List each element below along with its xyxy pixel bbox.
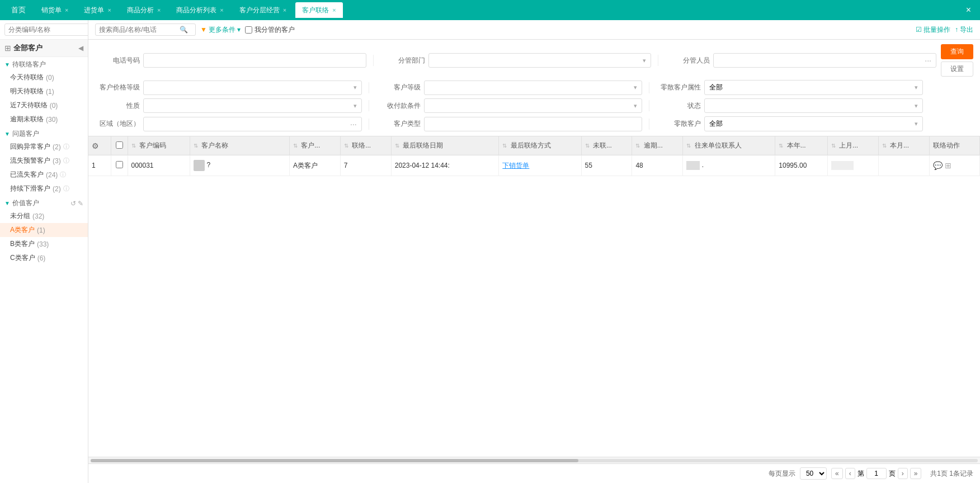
th-customer-name[interactable]: ⇅ 客户名称 <box>190 136 290 155</box>
horizontal-scrollbar[interactable] <box>88 457 980 463</box>
close-customer-tier-icon[interactable]: × <box>283 7 286 13</box>
edit-group-icon[interactable]: ✎ <box>78 200 83 207</box>
close-purchase-icon[interactable]: × <box>107 7 111 13</box>
th-no-contact[interactable]: ⇅ 未联... <box>581 136 632 155</box>
sidebar-search-input[interactable] <box>4 23 88 36</box>
filter-search-input[interactable] <box>99 26 177 34</box>
manager-input[interactable]: ··· <box>713 53 936 68</box>
table-wrapper[interactable]: ⚙ ⇅ 客户编码 ⇅ 客户名称 <box>88 136 980 457</box>
grid-action-icon[interactable]: ⊞ <box>945 161 951 170</box>
payment-select[interactable]: ▾ <box>424 98 643 113</box>
page-number-input[interactable] <box>866 468 887 479</box>
th-this-year[interactable]: ⇅ 本年... <box>775 136 827 155</box>
retail-select[interactable]: 全部 ▾ <box>704 116 923 131</box>
sidebar-item-c-class[interactable]: C类客户 (6) <box>0 251 88 265</box>
sidebar-item-overdue-pending[interactable]: 逾期未联络 (30) <box>0 112 88 126</box>
search-button[interactable]: 查询 <box>941 44 973 59</box>
th-last-month[interactable]: ⇅ 上月... <box>827 136 878 155</box>
nav-product-list[interactable]: 商品分析列表 × <box>169 2 230 18</box>
divider-7 <box>369 119 369 130</box>
close-all-tabs[interactable]: × <box>962 5 976 15</box>
sidebar-search-area: 🔍 <box>0 20 88 40</box>
status-select[interactable]: ▾ <box>704 98 923 113</box>
close-product-analysis-icon[interactable]: × <box>157 7 161 13</box>
th-gear[interactable]: ⚙ <box>88 136 111 155</box>
action-buttons: 💬 ⊞ <box>933 161 976 170</box>
cell-last-contact-method[interactable]: 下销货单 <box>499 155 581 176</box>
sidebar-item-tomorrow-pending[interactable]: 明天待联络 (1) <box>0 84 88 98</box>
value-customers-group[interactable]: ▼ 价值客户 ↺ ✎ <box>0 196 88 209</box>
sidebar-item-ungrouped[interactable]: 未分组 (32) <box>0 209 88 223</box>
sort-icon-no-contact: ⇅ <box>585 143 590 149</box>
th-customer-class[interactable]: ⇅ 客户... <box>289 136 340 155</box>
phone-input[interactable] <box>143 53 366 68</box>
contact-method-link[interactable]: 下销货单 <box>502 162 529 169</box>
last-page-btn[interactable]: » <box>910 468 922 479</box>
customer-type-input[interactable] <box>424 117 643 131</box>
prev-page-btn[interactable]: ‹ <box>845 468 855 479</box>
nav-product-analysis[interactable]: 商品分析 × <box>120 2 167 18</box>
price-grade-select[interactable]: ▾ <box>143 80 362 95</box>
sidebar-item-declining[interactable]: 持续下滑客户 (2) ⓘ <box>0 182 88 196</box>
more-filter-btn[interactable]: ▼ 更多条件 ▾ <box>200 25 241 35</box>
cell-customer-code[interactable]: 000031 <box>128 155 190 176</box>
th-this-month[interactable]: ⇅ 本月... <box>878 136 929 155</box>
refresh-icon[interactable]: ↺ <box>70 200 76 207</box>
scrollbar-track[interactable] <box>91 459 978 462</box>
nav-customer-contact[interactable]: 客户联络 × <box>295 2 342 18</box>
unit-contact-badge <box>686 161 700 170</box>
close-customer-contact-icon[interactable]: × <box>332 7 336 13</box>
gear-settings-icon[interactable]: ⚙ <box>92 141 99 150</box>
cell-checkbox[interactable] <box>111 155 128 176</box>
export-btn[interactable]: ↑ 导出 <box>955 25 973 35</box>
nav-home[interactable]: 首页 <box>4 2 32 18</box>
close-sales-icon[interactable]: × <box>65 7 68 13</box>
first-page-btn[interactable]: « <box>831 468 843 479</box>
sidebar-item-week-pending[interactable]: 近7天待联络 (0) <box>0 98 88 112</box>
close-product-list-icon[interactable]: × <box>220 7 223 13</box>
nature-select[interactable]: ▾ <box>143 98 362 113</box>
manager-more-icon[interactable]: ··· <box>925 56 931 65</box>
my-customer-checkbox[interactable]: 我分管的客户 <box>245 25 295 35</box>
th-overdue[interactable]: ⇅ 逾期... <box>632 136 683 155</box>
sidebar-item-a-class[interactable]: A类客户 (1) <box>0 223 88 237</box>
page-size-select[interactable]: 50 <box>800 467 827 480</box>
th-unit-contacts[interactable]: ⇅ 往来单位联系人 <box>683 136 775 155</box>
sidebar-item-churn-warning[interactable]: 流失预警客户 (3) ⓘ <box>0 154 88 168</box>
sidebar-item-b-class[interactable]: B类客户 (33) <box>0 237 88 251</box>
problem-customers-group[interactable]: ▼ 问题客户 <box>0 126 88 140</box>
filter-search-icon[interactable]: 🔍 <box>180 26 188 34</box>
th-customer-code[interactable]: ⇅ 客户编码 <box>128 136 190 155</box>
select-all-checkbox[interactable] <box>116 141 123 149</box>
th-last-contact-method[interactable]: ⇅ 最后联络方式 <box>499 136 581 155</box>
value-arrow: ▼ <box>4 200 10 206</box>
customer-grade-arrow: ▾ <box>634 84 637 91</box>
nav-sales[interactable]: 销货单 × <box>35 2 75 18</box>
pending-contact-group[interactable]: ▼ 待联络客户 <box>0 57 88 70</box>
row-checkbox[interactable] <box>116 161 123 168</box>
main-layout: 🔍 ⊞ 全部客户 ◀ ▼ 待联络客户 今天待联络 (0) 明天待联络 (1) 近… <box>0 20 980 483</box>
sidebar-item-today-pending[interactable]: 今天待联络 (0) <box>0 70 88 84</box>
th-last-contact-date[interactable]: ⇅ 最后联络日期 <box>391 136 499 155</box>
collapse-sidebar-icon[interactable]: ◀ <box>78 44 83 52</box>
my-customer-check[interactable] <box>245 26 252 34</box>
all-customers-header[interactable]: ⊞ 全部客户 ◀ <box>0 40 88 57</box>
region-input[interactable]: ··· <box>143 117 362 131</box>
th-contact-count[interactable]: ⇅ 联络... <box>340 136 391 155</box>
pagination-bar: 每页显示 50 « ‹ 第 页 › » 共1页 1条记录 <box>88 463 980 483</box>
scrollbar-thumb[interactable] <box>91 459 578 462</box>
batch-op-btn[interactable]: ☑ 批量操作 <box>916 25 950 35</box>
next-page-btn[interactable]: › <box>898 468 908 479</box>
settings-button[interactable]: 设置 <box>941 61 973 77</box>
sidebar-item-repurchase-abnormal[interactable]: 回购异常客户 (2) ⓘ <box>0 140 88 154</box>
customer-grade-select[interactable]: ▾ <box>424 80 643 95</box>
region-more-icon[interactable]: ··· <box>350 120 357 129</box>
retail-attr-select[interactable]: 全部 ▾ <box>704 80 923 95</box>
sidebar-item-churned[interactable]: 已流失客户 (24) ⓘ <box>0 168 88 182</box>
nav-customer-tier[interactable]: 客户分层经营 × <box>233 2 293 18</box>
message-action-icon[interactable]: 💬 <box>933 161 943 170</box>
th-checkbox[interactable] <box>111 136 128 155</box>
status-arrow: ▾ <box>915 102 918 110</box>
dept-select[interactable]: ▾ <box>428 53 652 68</box>
nav-purchase[interactable]: 进货单 × <box>77 2 117 18</box>
